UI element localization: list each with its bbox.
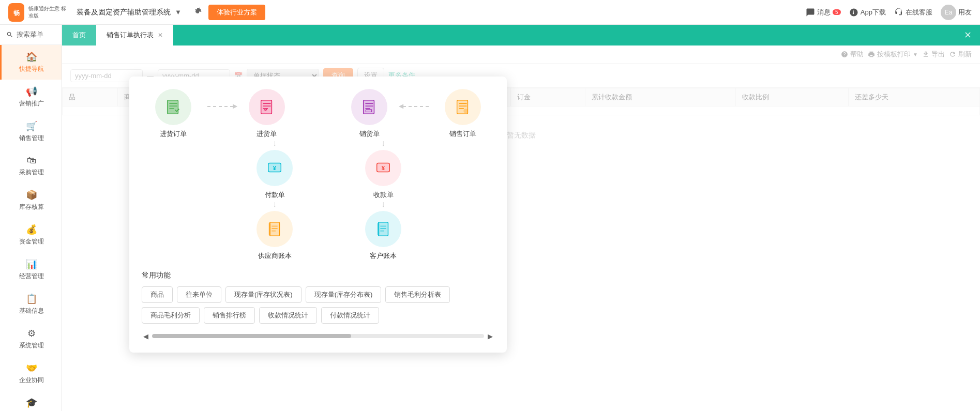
- sidebar-item-cooperation[interactable]: 🤝 企业协同: [0, 356, 62, 391]
- sales-order-icon: [445, 89, 481, 125]
- search-menu-item[interactable]: 搜索菜单: [0, 25, 62, 45]
- app-download-label: App下载: [861, 8, 886, 17]
- function-btn-2[interactable]: 现存量(库存状况表): [225, 286, 301, 303]
- flow-row-2: ¥ 付款单 ¥: [142, 150, 494, 200]
- svg-rect-25: [269, 223, 271, 235]
- logo-icon: 畅: [8, 3, 24, 22]
- scroll-right-btn[interactable]: ▶: [486, 332, 494, 340]
- page-content: 帮助 按模板打印 ▼ 导出 刷新: [62, 45, 980, 411]
- sales-order-label: 销售订单: [449, 129, 476, 139]
- function-buttons: 商品往来单位现存量(库存状况表)现存量(库存分布表)销售毛利分析表商品毛利分析销…: [142, 286, 494, 324]
- popup-scrollbar[interactable]: ◀ ▶: [142, 332, 494, 340]
- main-area: 搜索菜单 🏠 快捷导航 📢 营销推广 🛒 销售管理 🛍 采购管理 📦 库存核算: [0, 25, 980, 411]
- trial-button[interactable]: 体验行业方案: [208, 5, 265, 20]
- flow-node-purchase-bill[interactable]: 进货单: [235, 89, 299, 139]
- sidebar-item-label: 资金管理: [19, 237, 44, 246]
- tab-sales-order-label: 销售订单执行表: [107, 31, 154, 40]
- down-arrow-sb: ↓: [350, 139, 417, 148]
- inventory-icon: 📦: [26, 189, 37, 201]
- sidebar-item-sales[interactable]: 🛒 销售管理: [0, 114, 62, 149]
- sidebar-item-label: 营销推广: [19, 99, 44, 108]
- purchase-icon: 🛍: [27, 155, 36, 166]
- function-btn-7[interactable]: 收款情况统计: [259, 307, 317, 324]
- down-arrows-row-1: ↓ ↓: [142, 139, 494, 148]
- function-btn-4[interactable]: 销售毛利分析表: [385, 286, 450, 303]
- flow-node-purchase-order[interactable]: 进货订单: [142, 89, 205, 139]
- svg-rect-6: [261, 100, 272, 114]
- function-btn-1[interactable]: 往来单位: [177, 286, 221, 303]
- tab-close-icon[interactable]: ✕: [158, 32, 163, 39]
- svg-rect-30: [378, 223, 380, 235]
- purchase-order-icon: [155, 89, 191, 125]
- system-title-area[interactable]: 装备及固定资产辅助管理系统 ▼: [77, 8, 182, 17]
- tab-sales-order[interactable]: 销售订单执行表 ✕: [96, 25, 173, 45]
- function-btn-6[interactable]: 销售排行榜: [204, 307, 255, 324]
- flow-node-sales-bill[interactable]: 销货单: [338, 89, 401, 139]
- svg-point-19: [464, 109, 468, 113]
- tab-home[interactable]: 首页: [62, 25, 96, 45]
- purchase-order-label: 进货订单: [160, 129, 187, 139]
- sidebar: 搜索菜单 🏠 快捷导航 📢 营销推广 🛒 销售管理 🛍 采购管理 📦 库存核算: [0, 25, 62, 411]
- sidebar-item-label: 采购管理: [19, 168, 44, 177]
- svg-text:¥: ¥: [273, 165, 277, 171]
- finance-icon: 💰: [26, 224, 37, 235]
- sales-icon: 🛒: [26, 120, 37, 132]
- down-arrow-pb: ↓: [241, 139, 308, 148]
- sidebar-item-guide[interactable]: 🎓 新手引导: [0, 391, 62, 411]
- sales-bill-label: 销货单: [359, 129, 380, 139]
- sidebar-item-label: 销售管理: [19, 134, 44, 143]
- user-label: 用友: [958, 8, 972, 17]
- basic-info-icon: 📋: [26, 293, 37, 305]
- operations-icon: 📊: [26, 258, 37, 270]
- search-icon: [6, 31, 13, 38]
- arrow-po-to-pb: ▶: [205, 106, 235, 107]
- sidebar-item-basic-info[interactable]: 📋 基础信息: [0, 287, 62, 322]
- flow-node-supplier-ledger[interactable]: 供应商账本: [241, 211, 308, 261]
- purchase-bill-icon: [249, 89, 285, 125]
- search-menu-label: 搜索菜单: [17, 30, 43, 39]
- function-btn-5[interactable]: 商品毛利分析: [142, 307, 200, 324]
- tab-bar-close-btn[interactable]: ✕: [956, 29, 980, 41]
- avatar: Ea: [941, 5, 956, 20]
- message-btn[interactable]: 消息 5: [806, 8, 841, 17]
- svg-rect-29: [379, 222, 388, 236]
- function-btn-3[interactable]: 现存量(库存分布表): [306, 286, 382, 303]
- sidebar-item-label: 库存核算: [19, 203, 44, 211]
- svg-text:畅: 畅: [13, 9, 20, 17]
- function-btn-8[interactable]: 付款情况统计: [321, 307, 379, 324]
- flow-popup: 进货订单 ▶: [129, 77, 507, 353]
- sidebar-item-operations[interactable]: 📊 经营管理: [0, 252, 62, 287]
- download-icon: [849, 8, 858, 17]
- sidebar-item-marketing[interactable]: 📢 营销推广: [0, 80, 62, 114]
- settings-icon-btn[interactable]: [192, 6, 202, 18]
- app-download-btn[interactable]: App下载: [849, 8, 886, 17]
- scroll-track[interactable]: [152, 334, 484, 338]
- receipt-bill-icon: ¥: [365, 150, 401, 186]
- flow-diagram: 进货订单 ▶: [142, 89, 494, 261]
- flow-node-sales-order[interactable]: 销售订单: [431, 89, 494, 139]
- sidebar-item-finance[interactable]: 💰 资金管理: [0, 218, 62, 252]
- sidebar-item-purchase[interactable]: 🛍 采购管理: [0, 149, 62, 183]
- headset-icon: [894, 8, 903, 17]
- message-icon: [806, 8, 815, 17]
- flow-node-receipt-bill[interactable]: ¥ 收款单: [350, 150, 417, 200]
- sidebar-item-inventory[interactable]: 📦 库存核算: [0, 183, 62, 218]
- down-arrow-payment: ↓: [241, 200, 308, 209]
- marketing-icon: 📢: [26, 86, 37, 97]
- sidebar-item-quick-nav[interactable]: 🏠 快捷导航: [0, 45, 62, 80]
- payment-bill-label: 付款单: [265, 190, 285, 200]
- flow-row-1: 进货订单 ▶: [142, 89, 494, 139]
- user-area[interactable]: Ea 用友: [941, 5, 972, 20]
- flow-node-customer-ledger[interactable]: 客户账本: [350, 211, 417, 261]
- function-btn-0[interactable]: 商品: [142, 286, 173, 303]
- online-service-btn[interactable]: 在线客服: [894, 8, 932, 17]
- flow-node-payment-bill[interactable]: ¥ 付款单: [241, 150, 308, 200]
- scroll-left-btn[interactable]: ◀: [142, 332, 150, 340]
- logo-text: 畅康通好生意 标准版: [28, 5, 70, 20]
- quick-nav-icon: 🏠: [26, 51, 37, 63]
- supplier-ledger-icon: [257, 211, 293, 247]
- dropdown-icon: ▼: [175, 8, 182, 16]
- sidebar-item-system[interactable]: ⚙ 系统管理: [0, 322, 62, 356]
- logo-area: 畅 畅康通好生意 标准版: [8, 3, 70, 22]
- cooperation-icon: 🤝: [26, 362, 37, 374]
